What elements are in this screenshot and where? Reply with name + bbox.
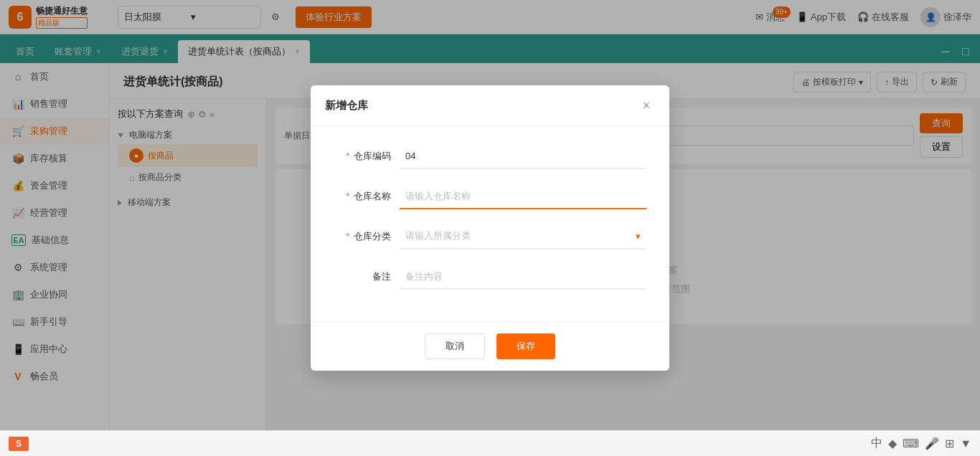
bottom-bar: S 中 ◆ ⌨ 🎤 ⊞ ▼ bbox=[0, 430, 980, 456]
modal-body: * 仓库编码 * 仓库名称 * 仓库分类 请输入 bbox=[311, 126, 669, 321]
cancel-button[interactable]: 取消 bbox=[425, 333, 485, 359]
save-button[interactable]: 保存 bbox=[496, 333, 555, 359]
bottom-left: S bbox=[9, 437, 29, 451]
new-warehouse-modal: 新增仓库 × * 仓库编码 * 仓库名称 bbox=[311, 85, 669, 371]
modal-header: 新增仓库 × bbox=[311, 85, 669, 126]
remark-input[interactable] bbox=[400, 264, 646, 290]
code-label: * 仓库编码 bbox=[334, 150, 391, 163]
bottom-right: 中 ◆ ⌨ 🎤 ⊞ ▼ bbox=[871, 436, 971, 451]
form-row-code: * 仓库编码 bbox=[334, 143, 646, 169]
taskbar-chevron-icon[interactable]: ▼ bbox=[960, 437, 971, 450]
chinese-input-icon[interactable]: 中 bbox=[871, 436, 882, 451]
modal-overlay: 新增仓库 × * 仓库编码 * 仓库名称 bbox=[0, 0, 980, 456]
name-label: * 仓库名称 bbox=[334, 190, 391, 203]
grid-icon[interactable]: ⊞ bbox=[945, 437, 954, 450]
s-logo: S bbox=[9, 437, 29, 451]
form-row-name: * 仓库名称 bbox=[334, 184, 646, 209]
diamond-icon[interactable]: ◆ bbox=[888, 437, 897, 450]
name-input[interactable] bbox=[400, 184, 646, 209]
form-row-category: * 仓库分类 请输入所属分类 ▾ bbox=[334, 224, 646, 250]
category-select[interactable]: 请输入所属分类 ▾ bbox=[400, 224, 646, 250]
modal-footer: 取消 保存 bbox=[311, 321, 669, 371]
modal-close-btn[interactable]: × bbox=[638, 97, 655, 114]
code-input[interactable] bbox=[400, 143, 646, 169]
category-label: * 仓库分类 bbox=[334, 230, 391, 243]
keyboard-icon[interactable]: ⌨ bbox=[903, 437, 919, 450]
remark-label: 备注 bbox=[334, 270, 391, 283]
form-row-remark: 备注 bbox=[334, 264, 646, 290]
modal-title: 新增仓库 bbox=[325, 99, 368, 113]
category-placeholder: 请输入所属分类 bbox=[405, 229, 471, 242]
category-chevron-icon: ▾ bbox=[636, 231, 641, 242]
mic-icon[interactable]: 🎤 bbox=[925, 437, 939, 450]
